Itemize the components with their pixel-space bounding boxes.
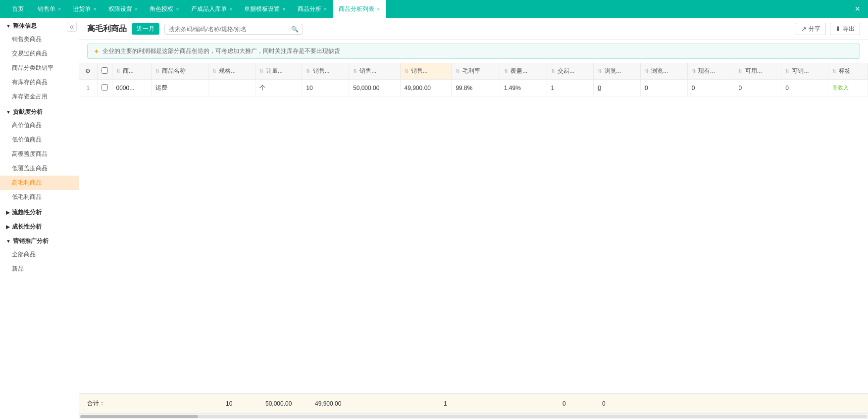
- nav-close-btn[interactable]: ×: [58, 6, 61, 12]
- select-all-checkbox[interactable]: [102, 67, 108, 74]
- table-row: 1 0000... 运费 个 10 50,000.00 49,900.00 99…: [79, 80, 868, 96]
- sidebar-item-low-coverage[interactable]: 低覆盖度商品: [0, 161, 79, 176]
- search-input[interactable]: [169, 26, 291, 33]
- sidebar-item-high-value[interactable]: 高价值商品: [0, 118, 79, 133]
- cell-name: 运费: [151, 80, 208, 96]
- nav-product-analysis[interactable]: 商品分析 ×: [292, 0, 333, 18]
- share-icon: ↗: [801, 25, 807, 33]
- sidebar: « ▼ 整体信息 销售类商品 交易过的商品 商品分类助销率 有库存的商品 库存资…: [0, 18, 79, 419]
- col-sales-qty[interactable]: ⇅ 销售...: [302, 63, 349, 80]
- cell-sales-qty: 10: [302, 80, 349, 96]
- col-browse1[interactable]: ⇅ 浏览...: [594, 63, 641, 80]
- nav-home-label: 首页: [12, 5, 24, 13]
- nav-label: 角色授权: [150, 5, 173, 13]
- col-unit[interactable]: ⇅ 计量...: [255, 63, 302, 80]
- content-area: 高毛利商品 近一月 🔍 ↗ 分享 ⬇ 导出 ✦ 企业的主要的利润都是这部分商品创…: [79, 18, 868, 419]
- nav-permissions[interactable]: 权限设置 ×: [102, 0, 144, 18]
- col-browse2[interactable]: ⇅ 浏览...: [640, 63, 687, 80]
- sort-indicator: ⇅: [259, 68, 263, 74]
- sort-indicator: ⇅: [785, 68, 789, 74]
- cell-sales-cost: 49,900.00: [400, 80, 452, 96]
- col-transaction[interactable]: ⇅ 交易...: [547, 63, 594, 80]
- cell-available2: 0: [734, 80, 781, 96]
- col-settings[interactable]: ⚙: [79, 63, 97, 80]
- sidebar-item-high-coverage[interactable]: 高覆盖度商品: [0, 147, 79, 161]
- header-actions: ↗ 分享 ⬇ 导出: [796, 23, 860, 35]
- col-available1[interactable]: ⇅ 现有...: [687, 63, 734, 80]
- browse1-link[interactable]: 0: [598, 85, 601, 92]
- sidebar-section-marketing[interactable]: ▼ 营销推广分析: [0, 233, 79, 247]
- sidebar-item-sales-goods[interactable]: 销售类商品: [0, 32, 79, 47]
- section-title: 流趋性分析: [12, 208, 42, 217]
- nav-window-close[interactable]: ×: [851, 4, 864, 14]
- col-coverage[interactable]: ⇅ 覆盖...: [500, 63, 547, 80]
- sort-indicator: ⇅: [598, 68, 602, 74]
- row-num: 1: [79, 80, 97, 96]
- cell-browse1[interactable]: 0: [594, 80, 641, 96]
- cell-unit: 个: [255, 80, 302, 96]
- sidebar-item-low-margin[interactable]: 低毛利商品: [0, 190, 79, 204]
- top-navigation: 首页 销售单 × 进货单 × 权限设置 × 角色授权 × 产成品入库单 × 单据…: [0, 0, 868, 18]
- sort-indicator: ⇅: [353, 68, 357, 74]
- content-header: 高毛利商品 近一月 🔍 ↗ 分享 ⬇ 导出: [79, 18, 868, 40]
- nav-close-btn[interactable]: ×: [229, 6, 232, 12]
- cell-code: 0000...: [112, 80, 151, 96]
- nav-close-btn[interactable]: ×: [176, 6, 179, 12]
- col-checkbox: [97, 63, 112, 80]
- sidebar-section-trend[interactable]: ▶ 流趋性分析: [0, 204, 79, 219]
- section-title: 成长性分析: [12, 223, 42, 231]
- col-gross-margin[interactable]: ⇅ 毛利率: [452, 63, 500, 80]
- cell-spec: [208, 80, 255, 96]
- export-button[interactable]: ⬇ 导出: [830, 23, 860, 35]
- sidebar-section-growth[interactable]: ▶ 成长性分析: [0, 219, 79, 233]
- col-available2[interactable]: ⇅ 可用...: [734, 63, 781, 80]
- nav-close-btn[interactable]: ×: [377, 6, 380, 12]
- nav-close-btn[interactable]: ×: [324, 6, 327, 12]
- sidebar-item-low-value[interactable]: 低价值商品: [0, 133, 79, 147]
- sidebar-item-category-rate[interactable]: 商品分类助销率: [0, 61, 79, 75]
- sidebar-item-capital[interactable]: 库存资金占用: [0, 90, 79, 104]
- cell-transaction: 1: [547, 80, 594, 96]
- col-sales-amount[interactable]: ⇅ 销售...: [349, 63, 401, 80]
- table-container[interactable]: ⚙ ⇅ 商... ⇅ 商品名称: [79, 63, 868, 393]
- sidebar-item-new-goods[interactable]: 新品: [0, 262, 79, 276]
- nav-template-settings[interactable]: 单据模板设置 ×: [238, 0, 291, 18]
- sidebar-item-in-stock[interactable]: 有库存的商品: [0, 75, 79, 90]
- sort-indicator: ⇅: [832, 68, 836, 74]
- search-icon[interactable]: 🔍: [291, 26, 299, 33]
- nav-sales-order[interactable]: 销售单 ×: [32, 0, 67, 18]
- sort-indicator: ⇅: [116, 68, 120, 74]
- share-button[interactable]: ↗ 分享: [796, 23, 826, 35]
- sidebar-item-traded-goods[interactable]: 交易过的商品: [0, 47, 79, 61]
- footer-available1: 0: [562, 400, 602, 407]
- scrollbar-thumb[interactable]: [80, 415, 198, 418]
- row-checkbox[interactable]: [102, 84, 108, 91]
- sidebar-item-all-goods[interactable]: 全部商品: [0, 247, 79, 262]
- nav-home[interactable]: 首页: [4, 0, 32, 18]
- col-saleable[interactable]: ⇅ 可销...: [781, 63, 828, 80]
- footer-label: 合计：: [87, 400, 105, 407]
- nav-close-btn[interactable]: ×: [93, 6, 96, 12]
- section-arrow: ▶: [6, 210, 10, 215]
- nav-roles[interactable]: 角色授权 ×: [144, 0, 185, 18]
- sort-indicator: ⇅: [645, 68, 649, 74]
- sidebar-item-high-margin[interactable]: 高毛利商品: [0, 176, 79, 190]
- col-spec[interactable]: ⇅ 规格...: [208, 63, 255, 80]
- nav-close-btn[interactable]: ×: [135, 6, 138, 12]
- sidebar-section-contribution[interactable]: ▼ 贡献度分析: [0, 104, 79, 118]
- nav-close-btn[interactable]: ×: [282, 6, 285, 12]
- nav-product-analysis-list[interactable]: 商品分析列表 ×: [333, 0, 386, 18]
- col-name[interactable]: ⇅ 商品名称: [151, 63, 208, 80]
- section-title: 营销推广分析: [13, 237, 49, 245]
- page-title: 高毛利商品: [87, 24, 127, 34]
- col-code[interactable]: ⇅ 商...: [112, 63, 151, 80]
- col-tag[interactable]: ⇅ 标签: [828, 63, 868, 80]
- nav-product-warehouse[interactable]: 产成品入库单 ×: [185, 0, 238, 18]
- scrollbar-track[interactable]: [80, 415, 867, 418]
- sidebar-collapse-button[interactable]: «: [67, 22, 77, 32]
- horizontal-scrollbar[interactable]: [79, 413, 868, 419]
- period-button[interactable]: 近一月: [132, 23, 159, 35]
- settings-icon[interactable]: ⚙: [85, 68, 91, 75]
- col-sales-cost[interactable]: ⇅ 销售...: [400, 63, 452, 80]
- nav-purchase-order[interactable]: 进货单 ×: [67, 0, 102, 18]
